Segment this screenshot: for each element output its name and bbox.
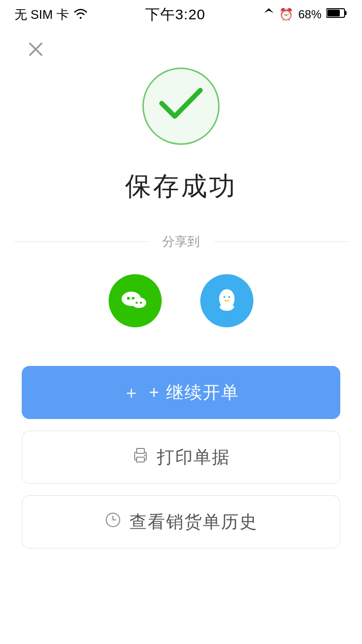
- main-content: 保存成功 分享到: [0, 29, 362, 548]
- divider-line-left: [14, 241, 148, 242]
- divider-line-right: [214, 241, 348, 242]
- continue-label: + 继续开单: [149, 381, 239, 405]
- history-label: 查看销货单历史: [129, 510, 258, 534]
- battery-percent: 68%: [298, 8, 321, 21]
- wifi-icon: [74, 7, 87, 22]
- status-left: 无 SIM 卡: [14, 6, 87, 23]
- share-label: 分享到: [162, 233, 200, 250]
- print-button[interactable]: 打印单据: [22, 431, 340, 484]
- success-title: 保存成功: [125, 169, 237, 204]
- battery-icon: [326, 8, 348, 21]
- svg-rect-22: [137, 457, 144, 462]
- svg-rect-1: [345, 11, 347, 15]
- status-time: 下午3:20: [145, 5, 205, 25]
- print-label: 打印单据: [157, 446, 230, 469]
- svg-point-10: [140, 302, 142, 304]
- svg-point-24: [144, 454, 146, 456]
- printer-icon: [132, 447, 149, 468]
- share-qq-button[interactable]: [200, 274, 253, 327]
- svg-point-6: [127, 297, 130, 300]
- location-icon: [264, 8, 274, 21]
- svg-rect-23: [137, 448, 144, 453]
- status-right: ⏰ 68%: [264, 8, 348, 21]
- checkmark-icon: [159, 86, 203, 126]
- svg-point-16: [224, 296, 225, 297]
- svg-point-20: [229, 305, 234, 309]
- continue-button[interactable]: ＋ + 继续开单: [22, 366, 340, 419]
- history-icon: [104, 511, 122, 533]
- action-buttons: ＋ + 继续开单 打印单据 查看销货单历: [22, 366, 340, 548]
- share-divider: 分享到: [0, 233, 362, 250]
- svg-point-9: [136, 302, 138, 304]
- share-icons-row: [109, 274, 253, 327]
- sim-status: 无 SIM 卡: [14, 6, 69, 23]
- success-icon-circle: [142, 68, 220, 145]
- share-wechat-button[interactable]: [109, 274, 162, 327]
- history-button[interactable]: 查看销货单历史: [22, 495, 340, 548]
- svg-point-8: [132, 297, 146, 308]
- alarm-icon: ⏰: [279, 8, 293, 21]
- status-bar: 无 SIM 卡 下午3:20 ⏰ 68%: [0, 0, 362, 29]
- svg-point-19: [220, 305, 224, 309]
- svg-point-17: [229, 296, 230, 297]
- plus-icon: ＋: [123, 381, 141, 405]
- close-button[interactable]: [21, 35, 50, 64]
- svg-rect-2: [327, 10, 340, 16]
